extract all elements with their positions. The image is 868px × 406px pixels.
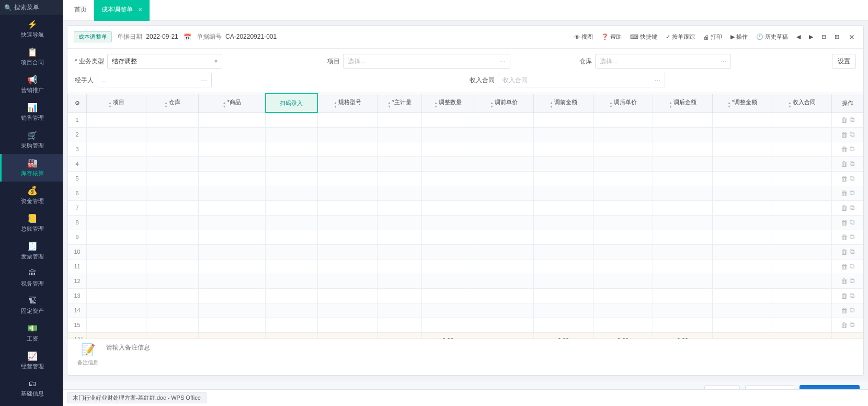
row-copy-icon[interactable]: ⧉ (850, 277, 854, 285)
sidebar-item-marketing[interactable]: 📢营销推广 (0, 71, 63, 98)
table-cell[interactable] (593, 186, 653, 200)
table-cell[interactable] (593, 318, 653, 332)
table-cell[interactable] (653, 171, 713, 186)
table-cell[interactable] (713, 318, 772, 332)
table-cell[interactable] (653, 303, 713, 318)
table-cell[interactable] (422, 303, 474, 318)
col-header-after_amount[interactable]: ▲▼调后金额 (653, 94, 713, 112)
row-copy-icon[interactable]: ⧉ (850, 204, 854, 212)
table-cell[interactable] (534, 142, 593, 156)
table-cell[interactable] (593, 127, 653, 142)
table-cell[interactable] (593, 274, 653, 288)
table-cell[interactable] (317, 171, 377, 186)
table-cell[interactable] (422, 288, 474, 303)
table-cell[interactable] (146, 156, 199, 171)
table-cell[interactable] (593, 259, 653, 274)
table-cell[interactable] (87, 244, 146, 259)
table-cell[interactable] (87, 215, 146, 230)
table-cell[interactable] (146, 274, 199, 288)
table-cell[interactable] (377, 142, 422, 156)
row-copy-icon[interactable]: ⧉ (850, 321, 854, 329)
table-cell[interactable] (653, 230, 713, 244)
table-cell[interactable] (713, 156, 772, 171)
table-cell[interactable] (377, 200, 422, 215)
row-delete-icon[interactable]: 🗑 (841, 248, 848, 256)
table-cell[interactable] (653, 259, 713, 274)
table-cell[interactable] (534, 127, 593, 142)
table-cell[interactable] (474, 303, 534, 318)
sidebar-item-ledger[interactable]: 📒总账管理 (0, 209, 63, 237)
table-cell[interactable] (198, 171, 265, 186)
table-cell[interactable] (713, 244, 772, 259)
row-delete-icon[interactable]: 🗑 (841, 189, 848, 197)
col-header-project[interactable]: ▲▼项目 (87, 94, 146, 112)
doc-action-view[interactable]: 👁视图 (572, 32, 595, 42)
table-cell[interactable] (653, 127, 713, 142)
doc-action-shortcut[interactable]: ⌨快捷键 (628, 32, 659, 42)
row-copy-icon[interactable]: ⧉ (850, 291, 854, 300)
table-cell[interactable] (87, 127, 146, 142)
table-cell[interactable] (422, 215, 474, 230)
doc-action-operation[interactable]: ▶操作 (728, 32, 750, 42)
table-cell[interactable] (198, 230, 265, 244)
table-cell[interactable] (377, 230, 422, 244)
table-cell[interactable] (377, 259, 422, 274)
table-cell[interactable] (653, 244, 713, 259)
table-cell[interactable] (653, 288, 713, 303)
row-delete-icon[interactable]: 🗑 (841, 292, 848, 300)
table-cell[interactable] (593, 156, 653, 171)
table-cell[interactable] (266, 318, 318, 332)
table-cell[interactable] (422, 318, 474, 332)
sidebar-item-project[interactable]: 📋项目合同 (0, 43, 63, 71)
table-cell[interactable] (317, 274, 377, 288)
table-cell[interactable] (377, 112, 422, 127)
doc-action-history[interactable]: 🕐历史草稿 (754, 32, 790, 42)
doc-action-print[interactable]: 🖨打印 (701, 32, 724, 42)
table-cell[interactable] (87, 142, 146, 156)
table-cell[interactable] (377, 127, 422, 142)
sidebar-item-quick-nav[interactable]: ⚡快速导航 (0, 15, 63, 43)
table-cell[interactable] (772, 127, 832, 142)
doc-close-button[interactable]: ✕ (847, 32, 857, 42)
table-cell[interactable] (266, 259, 318, 274)
table-cell[interactable] (198, 274, 265, 288)
col-header-settings[interactable]: ⚙ (68, 94, 87, 112)
table-cell[interactable] (534, 303, 593, 318)
table-cell[interactable] (713, 171, 772, 186)
table-cell[interactable] (772, 230, 832, 244)
row-copy-icon[interactable]: ⧉ (850, 306, 854, 314)
table-cell[interactable] (713, 127, 772, 142)
table-cell[interactable] (266, 200, 318, 215)
table-cell[interactable] (87, 186, 146, 200)
table-cell[interactable] (422, 112, 474, 127)
col-header-unit[interactable]: ▲▼*主计量 (377, 94, 422, 112)
table-cell[interactable] (266, 288, 318, 303)
table-cell[interactable] (593, 171, 653, 186)
table-cell[interactable] (474, 274, 534, 288)
table-cell[interactable] (534, 200, 593, 215)
table-cell[interactable] (474, 318, 534, 332)
sidebar-item-payroll[interactable]: 💵工资 (0, 319, 63, 347)
table-cell[interactable] (422, 200, 474, 215)
table-cell[interactable] (653, 215, 713, 230)
table-cell[interactable] (772, 215, 832, 230)
table-cell[interactable] (317, 200, 377, 215)
sidebar-item-purchase[interactable]: 🛒采购管理 (0, 126, 63, 154)
table-cell[interactable] (146, 112, 199, 127)
col-header-after_price[interactable]: ▲▼调后单价 (593, 94, 653, 112)
project-input[interactable]: 选择... ··· (343, 54, 510, 69)
table-cell[interactable] (266, 171, 318, 186)
table-cell[interactable] (198, 318, 265, 332)
table-cell[interactable] (713, 274, 772, 288)
table-cell[interactable] (146, 230, 199, 244)
col-header-product[interactable]: ▲▼*商品 (198, 94, 265, 112)
doc-action-grid2[interactable]: ⊞ (832, 32, 841, 41)
row-delete-icon[interactable]: 🗑 (841, 160, 848, 168)
table-cell[interactable] (146, 244, 199, 259)
tab-home[interactable]: 首页 (67, 0, 94, 21)
table-cell[interactable] (593, 112, 653, 127)
table-cell[interactable] (534, 288, 593, 303)
table-cell[interactable] (146, 288, 199, 303)
col-header-warehouse[interactable]: ▲▼仓库 (146, 94, 199, 112)
table-cell[interactable] (317, 127, 377, 142)
